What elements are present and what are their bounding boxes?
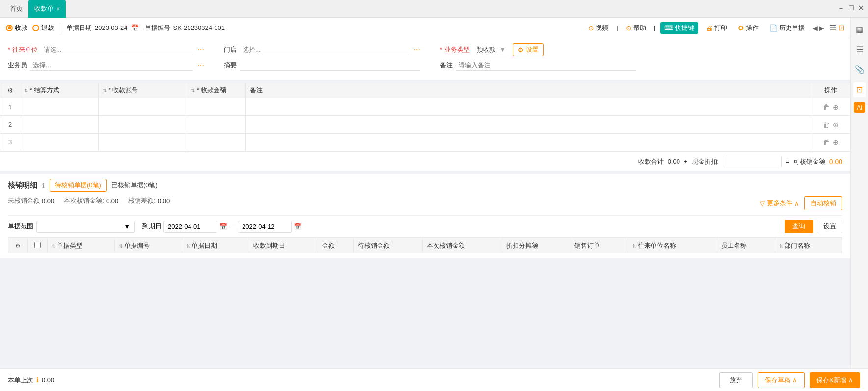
nav-next[interactable]: ▶ [819, 24, 824, 32]
note-cell-2[interactable] [246, 116, 811, 134]
settings-gear-icon: ⚙ [7, 87, 13, 94]
account-cell-3[interactable] [99, 134, 187, 151]
verification-section: 核销明细 ℹ 待核销单据(0笔) 已核销单据(0笔) 未核销金额 0.00 本次… [0, 174, 850, 258]
note-input-2[interactable] [246, 116, 811, 133]
staff-input[interactable] [30, 60, 193, 71]
tab-close-icon[interactable]: × [56, 5, 60, 12]
close-btn[interactable]: ✕ [858, 3, 864, 14]
payment-cell-2[interactable] [20, 116, 99, 134]
shortcut-btn[interactable]: ⌨ 快捷键 [660, 22, 698, 34]
sidebar-table-icon[interactable]: ▦ [853, 22, 866, 37]
settings-btn[interactable]: ⚙ 设置 [513, 43, 544, 56]
payment-cell-1[interactable] [20, 98, 99, 116]
account-cell-1[interactable] [99, 98, 187, 116]
discount-input[interactable] [723, 156, 782, 167]
copy-icon-1[interactable]: ⊕ [833, 103, 839, 111]
payment-input-2[interactable] [20, 116, 98, 133]
date-to-icon[interactable]: 📅 [294, 223, 301, 230]
amount-input-2[interactable] [187, 116, 245, 133]
counterpart-input[interactable] [41, 44, 193, 55]
radio-receipt[interactable]: 收款 [6, 24, 27, 32]
sidebar-list-icon[interactable]: ☰ [853, 42, 866, 57]
biz-type-select[interactable]: 预收款 ▼ [474, 44, 509, 56]
amount-cell-2[interactable] [187, 116, 246, 134]
note-cell-3[interactable] [246, 134, 811, 151]
amount-cell-1[interactable] [187, 98, 246, 116]
shop-more-btn[interactable]: ··· [414, 45, 420, 54]
shop-input[interactable] [240, 44, 409, 55]
summary-input[interactable] [240, 60, 420, 71]
minimize-btn[interactable]: － [837, 3, 845, 14]
date-from-icon[interactable]: 📅 [219, 223, 227, 230]
note-cell-1[interactable] [246, 98, 811, 116]
radio-group: 收款 退款 [6, 24, 54, 32]
type-sort[interactable]: ⇅ [52, 243, 55, 249]
amount-input-1[interactable] [187, 98, 245, 115]
discard-btn[interactable]: 放弃 [719, 372, 753, 388]
tab-current[interactable]: 收款单 × [28, 0, 66, 18]
date-to-input[interactable] [238, 221, 292, 233]
help-btn[interactable]: ⊙ 帮助 [623, 23, 649, 33]
no-sort[interactable]: ⇅ [119, 243, 123, 249]
query-btn[interactable]: 查询 [785, 220, 813, 233]
sidebar-screenshot-icon[interactable]: ⊡ [853, 82, 866, 97]
col-settings-header[interactable]: ⚙ [0, 83, 20, 98]
history-btn[interactable]: 📄 历史单据 [766, 23, 808, 33]
select-all-checkbox[interactable] [34, 242, 41, 248]
col-gear-2[interactable]: ⚙ [8, 238, 28, 253]
list-view-btn[interactable]: ☰ [829, 23, 836, 32]
delete-icon-2[interactable]: 🗑 [823, 121, 830, 129]
copy-icon-3[interactable]: ⊕ [833, 139, 839, 146]
counterpart-2-sort[interactable]: ⇅ [632, 243, 636, 249]
save-draft-btn[interactable]: 保存草稿 ∧ [758, 372, 805, 388]
discount-label: 现金折扣: [692, 157, 719, 166]
dept-sort[interactable]: ⇅ [779, 243, 783, 249]
ai-btn[interactable]: Ai [854, 102, 865, 113]
done-tab[interactable]: 已核销单据(0笔) [111, 181, 158, 190]
date-from-input[interactable] [163, 221, 217, 233]
date-picker-icon[interactable]: 📅 [131, 24, 139, 32]
account-input-2[interactable] [99, 116, 187, 133]
payment-input-1[interactable] [20, 98, 98, 115]
verif-info-icon[interactable]: ℹ [42, 182, 45, 189]
radio-refund[interactable]: 退款 [32, 24, 54, 32]
grid-view-btn[interactable]: ⊞ [838, 23, 844, 32]
sidebar-attach-icon[interactable]: 📎 [852, 62, 868, 77]
operate-btn[interactable]: ⚙ 操作 [735, 23, 761, 33]
delete-icon-3[interactable]: 🗑 [823, 139, 830, 146]
staff-more-btn[interactable]: ··· [198, 61, 204, 70]
video-btn[interactable]: ⊙ 视频 [585, 23, 611, 33]
auto-verif-btn[interactable]: 自动核销 [804, 196, 842, 210]
note-input-3[interactable] [246, 134, 811, 151]
tab-home[interactable]: 首页 [4, 0, 28, 18]
amount-sort-icon[interactable]: ⇅ [191, 88, 195, 93]
counterpart-more-btn[interactable]: ··· [198, 45, 204, 54]
copy-icon-2[interactable]: ⊕ [833, 121, 839, 129]
account-input-3[interactable] [99, 134, 187, 151]
account-sort-icon[interactable]: ⇅ [103, 88, 107, 93]
payment-cell-3[interactable] [20, 134, 99, 151]
pending-tab[interactable]: 待核销单据(0笔) [50, 179, 107, 192]
main-content: 收款 退款 单据日期 2023-03-24 📅 单据编号 SK-20230324… [0, 18, 850, 281]
prev-label: 本单上次 [8, 376, 33, 385]
save-new-btn[interactable]: 保存&新增 ∧ [810, 372, 860, 388]
account-input-1[interactable] [99, 98, 187, 115]
account-cell-2[interactable] [99, 116, 187, 134]
maximize-btn[interactable]: □ [849, 3, 854, 14]
amount-cell-3[interactable] [187, 134, 246, 151]
note-input[interactable] [456, 60, 636, 71]
nav-prev[interactable]: ◀ [813, 24, 818, 32]
note-input-1[interactable] [246, 98, 811, 115]
delete-icon-1[interactable]: 🗑 [823, 103, 830, 111]
amount-input-3[interactable] [187, 134, 245, 151]
range-select[interactable]: ▼ [36, 221, 135, 233]
summary-label: 摘要 [224, 61, 237, 70]
filter-settings-btn[interactable]: 设置 [817, 220, 842, 233]
more-conditions-btn[interactable]: ▽ 更多条件 ∧ [760, 199, 799, 208]
date-sort[interactable]: ⇅ [186, 243, 190, 249]
prev-info-icon[interactable]: ℹ [36, 376, 39, 384]
payment-sort-icon[interactable]: ⇅ [24, 88, 28, 93]
print-btn[interactable]: 🖨 打印 [703, 23, 730, 33]
payment-input-3[interactable] [20, 134, 98, 151]
col-checkbox-2[interactable] [28, 238, 48, 253]
